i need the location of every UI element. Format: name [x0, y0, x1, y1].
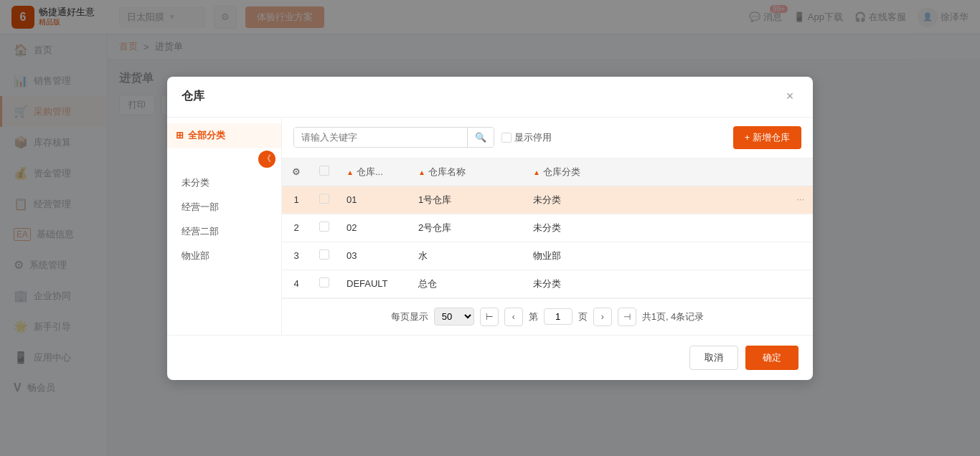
- category-item-dept1[interactable]: 经营一部: [167, 195, 281, 219]
- col-code: ▲仓库...: [338, 158, 410, 186]
- category-panel: ⊞ 全部分类 《 未分类 经营一部 经营二部 物业部: [167, 118, 282, 335]
- sort-icon: ▲: [418, 168, 425, 176]
- row-category: 未分类: [524, 214, 813, 242]
- category-all-item[interactable]: ⊞ 全部分类: [167, 123, 281, 148]
- search-wrap: 🔍: [293, 127, 494, 148]
- modal-body: ⊞ 全部分类 《 未分类 经营一部 经营二部 物业部 🔍: [167, 118, 813, 335]
- row-code: 03: [338, 242, 410, 270]
- next-page-button[interactable]: ›: [593, 308, 612, 326]
- row-index: 1: [282, 186, 311, 214]
- collapse-button[interactable]: 《: [258, 151, 275, 168]
- header-checkbox[interactable]: [319, 166, 329, 176]
- warehouse-modal: 仓库 × ⊞ 全部分类 《 未分类 经营一部 经营二部 物业部: [167, 77, 813, 380]
- col-checkbox: [311, 158, 338, 186]
- row-checkbox-cell[interactable]: [311, 186, 338, 214]
- grid-icon: ⊞: [176, 130, 184, 141]
- last-page-button[interactable]: ⊣: [618, 308, 636, 326]
- col-category: ▲仓库分类: [524, 158, 813, 186]
- table-row[interactable]: 4 DEFAULT 总仓 未分类: [282, 270, 813, 298]
- row-name: 水: [410, 242, 524, 270]
- confirm-button[interactable]: 确定: [745, 346, 798, 370]
- table-header-row: ⚙ ▲仓库... ▲仓库名称: [282, 158, 813, 186]
- per-page-select[interactable]: 50 100 200: [434, 308, 474, 326]
- row-checkbox-cell[interactable]: [311, 214, 338, 242]
- row-code: 01: [338, 186, 410, 214]
- table-panel: 🔍 显示停用 + 新增仓库 ⚙: [282, 118, 813, 335]
- row-name: 总仓: [410, 270, 524, 298]
- row-category: 未分类 ···: [524, 186, 813, 214]
- row-checkbox-cell[interactable]: [311, 270, 338, 298]
- row-category: 物业部: [524, 242, 813, 270]
- modal-footer: 取消 确定: [167, 335, 813, 380]
- row-checkbox[interactable]: [319, 250, 329, 260]
- table-toolbar: 🔍 显示停用 + 新增仓库: [282, 118, 813, 158]
- pagination-bar: 每页显示 50 100 200 ⊢ ‹ 第 页 › ⊣ 共1页, 4条记录: [282, 298, 813, 335]
- col-settings: ⚙: [282, 158, 311, 186]
- page-unit: 页: [578, 310, 588, 323]
- row-index: 2: [282, 214, 311, 242]
- row-code: 02: [338, 214, 410, 242]
- sort-icon: ▲: [533, 168, 540, 176]
- row-index: 3: [282, 242, 311, 270]
- sort-icon: ▲: [347, 168, 354, 176]
- data-table: ⚙ ▲仓库... ▲仓库名称: [282, 158, 813, 298]
- row-name: 1号仓库: [410, 186, 524, 214]
- page-label: 第: [529, 310, 538, 323]
- more-icon[interactable]: ···: [796, 194, 804, 204]
- col-name: ▲仓库名称: [410, 158, 524, 186]
- row-checkbox[interactable]: [319, 277, 329, 288]
- table-row[interactable]: 2 02 2号仓库 未分类: [282, 214, 813, 242]
- category-item-dept2[interactable]: 经营二部: [167, 219, 281, 244]
- row-checkbox[interactable]: [319, 222, 329, 232]
- page-number-input[interactable]: [544, 308, 573, 325]
- show-disabled-checkbox[interactable]: [501, 133, 512, 143]
- row-code: DEFAULT: [338, 270, 410, 298]
- total-records: 共1页, 4条记录: [642, 310, 705, 323]
- row-name: 2号仓库: [410, 214, 524, 242]
- category-item-property[interactable]: 物业部: [167, 244, 281, 268]
- table-row[interactable]: 1 01 1号仓库 未分类 ···: [282, 186, 813, 214]
- per-page-label: 每页显示: [391, 310, 428, 323]
- modal-overlay: 仓库 × ⊞ 全部分类 《 未分类 经营一部 经营二部 物业部: [0, 0, 980, 456]
- add-warehouse-button[interactable]: + 新增仓库: [733, 126, 801, 149]
- modal-header: 仓库 ×: [167, 77, 813, 118]
- row-checkbox[interactable]: [319, 194, 329, 204]
- prev-page-button[interactable]: ‹: [504, 308, 523, 326]
- show-disabled-label[interactable]: 显示停用: [501, 131, 552, 144]
- search-icon[interactable]: 🔍: [467, 128, 494, 147]
- modal-close-button[interactable]: ×: [781, 88, 798, 105]
- row-index: 4: [282, 270, 311, 298]
- search-input[interactable]: [294, 128, 467, 147]
- cancel-button[interactable]: 取消: [689, 346, 738, 370]
- row-checkbox-cell[interactable]: [311, 242, 338, 270]
- table-row[interactable]: 3 03 水 物业部: [282, 242, 813, 270]
- modal-title: 仓库: [182, 89, 204, 104]
- first-page-button[interactable]: ⊢: [480, 308, 499, 326]
- category-item-unclassified[interactable]: 未分类: [167, 171, 281, 195]
- row-category: 未分类: [524, 270, 813, 298]
